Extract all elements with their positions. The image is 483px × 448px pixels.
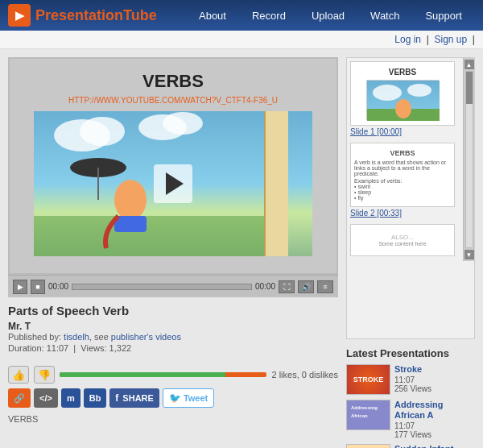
latest-item3-title[interactable]: Sudden Infant Death xyxy=(394,444,475,448)
latest-presentations: Latest Presentations STROKE Stroke 11:07… xyxy=(346,347,475,448)
slides-panel: VERBS xyxy=(346,57,475,339)
latest-title: Latest Presentations xyxy=(346,347,475,359)
svg-point-12 xyxy=(407,84,431,97)
left-column: VERBS HTTP://WWW.YOUTUBE.COM/WATCH?V_CTF… xyxy=(8,57,338,448)
like-bar-fill xyxy=(60,372,225,377)
slide3-content: ALSO... Some content here xyxy=(378,234,426,247)
latest-item1-duration: 11:07 xyxy=(394,375,475,384)
duration-views: Duration: 11:07 | Views: 1,322 xyxy=(8,343,338,353)
slide-item-3[interactable]: ALSO... Some content here xyxy=(347,221,463,261)
video-thumb-area[interactable] xyxy=(34,111,312,256)
video-player: VERBS HTTP://WWW.YOUTUBE.COM/WATCH?V_CTF… xyxy=(8,57,338,275)
slide1-label[interactable]: Slide 1 [00:00] xyxy=(350,127,460,136)
author-name: Mr. T xyxy=(8,321,338,332)
dislike-button[interactable]: 👎 xyxy=(34,366,55,384)
right-column: VERBS xyxy=(346,57,475,448)
header: ▶ PresentationTube About Record Upload W… xyxy=(0,0,483,31)
svg-point-11 xyxy=(373,85,402,101)
nav-support[interactable]: Support xyxy=(412,0,475,31)
svg-text:Addressing: Addressing xyxy=(351,405,378,410)
slide-item-1[interactable]: VERBS xyxy=(347,58,463,139)
scroll-down-button[interactable]: ▼ xyxy=(464,250,474,259)
twitter-share-button[interactable]: 🐦 Tweet xyxy=(163,388,214,408)
bb-share-button[interactable]: Bb xyxy=(84,388,107,408)
latest-item2-views: 177 Views xyxy=(394,430,475,439)
scroll-track[interactable] xyxy=(465,71,473,248)
slide-thumb-1: VERBS xyxy=(350,61,455,126)
svg-point-13 xyxy=(395,99,411,118)
info-section: Parts of Speech Verb Mr. T Published by:… xyxy=(8,297,338,366)
m-share-button[interactable]: m xyxy=(61,388,80,408)
nav-upload[interactable]: Upload xyxy=(299,0,357,31)
scroll-thumb xyxy=(466,72,473,104)
latest-item2-title[interactable]: Addressing African A xyxy=(394,400,475,421)
video-title-overlay: VERBS xyxy=(10,59,336,96)
latest-thumb-1: STROKE xyxy=(346,364,390,395)
latest-thumb-3: Sudden Infant Death xyxy=(346,444,390,448)
settings-button[interactable]: ≡ xyxy=(317,280,333,293)
video-book-panel xyxy=(264,111,288,256)
nav: About Record Upload Watch Support xyxy=(186,0,475,31)
topbar: Log in | Sign up | xyxy=(0,31,483,49)
tags-label: VERBS xyxy=(8,414,38,424)
slide2-label[interactable]: Slide 2 [00:33] xyxy=(350,209,460,218)
svg-point-3 xyxy=(163,112,203,135)
logo-text: PresentationTube xyxy=(35,7,157,24)
volume-button[interactable]: 🔊 xyxy=(298,280,314,293)
logo: ▶ PresentationTube xyxy=(8,4,157,27)
like-bar xyxy=(60,372,266,377)
logo-accent: Tube xyxy=(123,7,157,23)
latest-info-1: Stroke 11:07 256 Views xyxy=(394,364,475,393)
login-link[interactable]: Log in xyxy=(394,34,421,45)
play-button[interactable] xyxy=(154,164,192,203)
latest-thumb1-label: STROKE xyxy=(353,375,384,384)
published-by-label: Published by: xyxy=(8,332,61,342)
slide1-image xyxy=(366,80,439,120)
video-subtitle-overlay: HTTP://WWW.YOUTUBE.COM/WATCH?V_CTFT4-F36… xyxy=(10,96,336,105)
play-ctrl-button[interactable]: ▶ xyxy=(13,280,27,294)
nav-watch[interactable]: Watch xyxy=(357,0,412,31)
fullscreen-button[interactable]: ⛶ xyxy=(279,280,295,293)
publisher-link[interactable]: tisdelh xyxy=(64,332,89,342)
latest-thumb2-svg: Addressing African xyxy=(347,400,390,430)
embed-share-button[interactable]: </> xyxy=(34,388,58,408)
main-content: VERBS HTTP://WWW.YOUTUBE.COM/WATCH?V_CTF… xyxy=(0,49,483,448)
slide-item-2[interactable]: VERBS A verb is a word that shows action… xyxy=(347,139,463,221)
latest-item1-title[interactable]: Stroke xyxy=(394,364,475,375)
views-label: Views: xyxy=(80,343,106,353)
latest-item-2[interactable]: Addressing African Addressing African A … xyxy=(346,400,475,439)
time-left: 00:00 xyxy=(48,282,68,291)
publisher-videos-link[interactable]: publisher's videos xyxy=(111,332,181,342)
views-value: 1,322 xyxy=(109,343,132,353)
nav-about[interactable]: About xyxy=(186,0,239,31)
published-by: Published by: tisdelh, see publisher's v… xyxy=(8,332,338,342)
svg-point-1 xyxy=(80,117,125,146)
link-share-button[interactable]: 🔗 xyxy=(8,388,31,408)
like-count: 2 likes, 0 dislikes xyxy=(271,370,338,380)
video-title-main: Parts of Speech Verb xyxy=(8,304,338,317)
like-button[interactable]: 👍 xyxy=(8,366,29,384)
logo-plain: Presentation xyxy=(35,7,123,23)
svg-text:African: African xyxy=(351,413,368,418)
scroll-up-button[interactable]: ▲ xyxy=(464,60,474,69)
latest-item-3[interactable]: Sudden Infant Death Sudden Infant Death … xyxy=(346,444,475,448)
progress-bar[interactable] xyxy=(72,284,252,290)
slide-thumb-2: VERBS A verb is a word that shows action… xyxy=(350,143,455,207)
latest-info-2: Addressing African A 11:07 177 Views xyxy=(394,400,475,439)
svg-point-5 xyxy=(114,180,147,220)
slides-list: VERBS xyxy=(347,58,463,261)
signup-link[interactable]: Sign up xyxy=(435,34,468,45)
latest-info-3: Sudden Infant Death 11:07 228 Views xyxy=(394,444,475,448)
fb-share-label: SHARE xyxy=(122,393,154,403)
facebook-share-button[interactable]: f SHARE xyxy=(109,388,159,408)
nav-record[interactable]: Record xyxy=(239,0,299,31)
stop-ctrl-button[interactable]: ■ xyxy=(31,280,45,294)
time-right: 00:00 xyxy=(255,282,275,291)
logo-icon: ▶ xyxy=(8,4,31,27)
like-section: 👍 👎 2 likes, 0 dislikes xyxy=(8,366,338,384)
tw-share-label: Tweet xyxy=(184,393,208,403)
slides-scrollbar: VERBS xyxy=(347,58,474,261)
slide1-title: VERBS xyxy=(389,68,416,77)
latest-thumb3-svg: Sudden Infant Death xyxy=(347,444,390,448)
latest-item-1[interactable]: STROKE Stroke 11:07 256 Views xyxy=(346,364,475,395)
